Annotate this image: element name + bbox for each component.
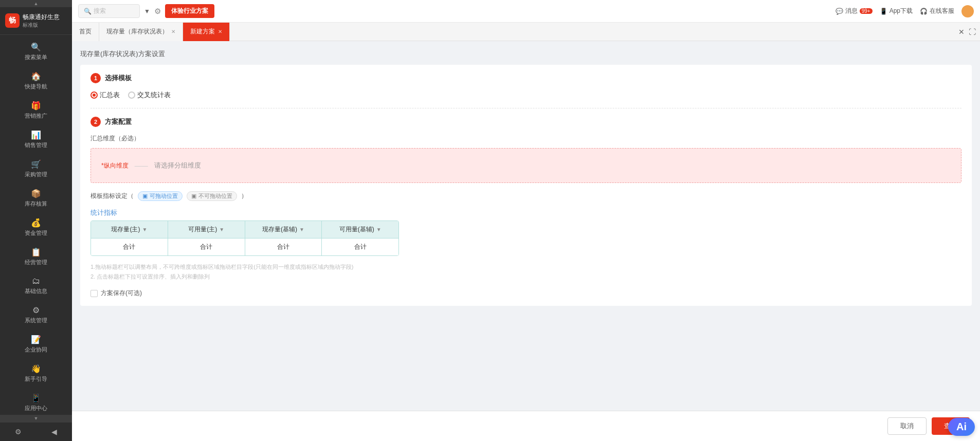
section1-header: 1 选择模板 — [90, 73, 961, 83]
save-option: 方案保存(可选) — [90, 289, 961, 298]
sidebar-item-basic[interactable]: 🗂基础信息 — [0, 271, 72, 300]
settings-icon[interactable]: ⚙ — [15, 428, 22, 436]
trial-btn[interactable]: 体验行业方案 — [165, 4, 214, 18]
tab-inventory-label: 现存量（库存状况表） — [106, 27, 168, 36]
app-download-icon: 📱 — [880, 8, 887, 15]
dimension-divider: —— — [135, 162, 148, 170]
indicator-label-suffix: ） — [241, 192, 247, 200]
sales-icon: 📊 — [31, 130, 41, 140]
topbar-right: 💬 消息 99+ 📱 App下载 🎧 在线客服 — [836, 5, 974, 17]
tab-home-label: 首页 — [79, 27, 92, 36]
tab-new-scheme-close[interactable]: ✕ — [218, 29, 222, 34]
sidebar-nav: 🔍搜索菜单🏠快捷导航🎁营销推广📊销售管理🛒采购管理📦库存核算💰资金管理📋经营管理… — [0, 35, 72, 415]
section2-num: 2 — [90, 117, 101, 127]
sidebar-item-contract[interactable]: 📝企业协同 — [0, 329, 72, 359]
indicator-settings-label: 模板指标设定（ ▣ 可拖动位置 ▣ 不可拖动位置 ） — [90, 191, 961, 201]
radio-summary-label: 汇总表 — [100, 90, 120, 100]
search-box[interactable]: 🔍 搜索 — [78, 4, 140, 18]
stats-section: 统计指标 现存量(主)▼可用量(主)▼现存量(基辅)▼可用量(基辅)▼ 合计合计… — [90, 208, 961, 256]
save-option-label: 方案保存(可选) — [101, 289, 142, 298]
ai-badge[interactable]: Ai — [948, 418, 975, 436]
sidebar: ▲ 畅 畅康通好生意 标准版 🔍搜索菜单🏠快捷导航🎁营销推广📊销售管理🛒采购管理… — [0, 0, 72, 441]
chevron-down-icon: ▼ — [299, 227, 304, 232]
stats-header-cell[interactable]: 现存量(基辅)▼ — [245, 221, 322, 238]
message-btn[interactable]: 💬 消息 99+ — [836, 7, 873, 15]
tabs-actions: ✕ ⛶ — [958, 28, 980, 36]
message-label: 消息 — [845, 7, 858, 15]
sidebar-item-label: 快捷导航 — [25, 83, 47, 90]
stats-table: 现存量(主)▼可用量(主)▼现存量(基辅)▼可用量(基辅)▼ 合计合计合计合计 — [90, 220, 399, 256]
radio-summary-circle — [90, 91, 98, 99]
radio-summary[interactable]: 汇总表 — [90, 90, 120, 100]
contract-icon: 📝 — [31, 335, 41, 344]
tab-inventory[interactable]: 现存量（库存状况表） ✕ — [99, 23, 183, 41]
stats-body-cell: 合计 — [245, 238, 322, 255]
dropdown-btn[interactable]: ▼ — [144, 8, 150, 15]
close-panel-btn[interactable]: ✕ — [958, 28, 965, 36]
sidebar-item-management[interactable]: 📋经营管理 — [0, 242, 72, 271]
tab-home[interactable]: 首页 — [72, 23, 99, 41]
user-avatar[interactable] — [961, 5, 974, 17]
stats-body-cell: 合计 — [91, 238, 168, 255]
sidebar-scroll-up[interactable]: ▲ — [0, 0, 72, 7]
dimension-required: *纵向维度 — [101, 161, 129, 170]
basic-icon: 🗂 — [32, 277, 40, 286]
dimension-area[interactable]: *纵向维度 —— 请选择分组维度 — [90, 148, 961, 183]
content-area: 现存量(库存状况表)方案设置 1 选择模板 汇总表 交叉统计表 — [72, 41, 980, 411]
sidebar-item-sales[interactable]: 📊销售管理 — [0, 125, 72, 154]
search-placeholder: 搜索 — [94, 7, 106, 15]
sidebar-bottom: ⚙ ◀ — [0, 422, 72, 441]
tips-section: 1.拖动标题栏可以调整布局，不可跨维度或指标区域拖动栏目字段(只能在同一维度或指… — [90, 263, 961, 281]
sidebar-scroll-down[interactable]: ▼ — [0, 415, 72, 422]
stats-header-cell[interactable]: 现存量(主)▼ — [91, 221, 168, 238]
tips-item: 2. 点击标题栏下拉可设置排序、插入列和删除列 — [90, 273, 961, 281]
inventory-icon: 📦 — [31, 189, 41, 198]
footer-bar: 取消 查询 — [72, 411, 980, 441]
expand-panel-btn[interactable]: ⛶ — [969, 28, 976, 36]
sidebar-item-system[interactable]: ⚙系统管理 — [0, 300, 72, 329]
aggregate-label: 汇总维度（必选） — [90, 134, 961, 143]
tab-new-scheme[interactable]: 新建方案 ✕ — [183, 23, 230, 41]
sidebar-item-label: 基础信息 — [25, 287, 47, 295]
sidebar-item-label: 库存核算 — [25, 200, 47, 208]
tab-new-scheme-label: 新建方案 — [190, 27, 215, 36]
newuser-icon: 👋 — [31, 364, 41, 374]
sidebar-item-finance[interactable]: 💰资金管理 — [0, 213, 72, 242]
sidebar-item-label: 销售管理 — [25, 141, 47, 149]
sidebar-item-label: 经营管理 — [25, 259, 47, 266]
sidebar-item-search[interactable]: 🔍搜索菜单 — [0, 37, 72, 66]
stats-header-cell[interactable]: 可用量(主)▼ — [168, 221, 245, 238]
chevron-down-icon: ▼ — [376, 227, 382, 232]
system-icon: ⚙ — [32, 305, 40, 315]
sidebar-item-newuser[interactable]: 👋新手引导 — [0, 359, 72, 388]
config-section: 2 方案配置 汇总维度（必选） *纵向维度 —— 请选择分组维度 模板指标设定（… — [90, 117, 961, 281]
finance-icon: 💰 — [31, 218, 41, 228]
sidebar-item-purchase[interactable]: 🛒采购管理 — [0, 154, 72, 183]
appstore-icon: 📱 — [31, 393, 41, 403]
no-drag-label: 不可拖动位置 — [198, 192, 232, 200]
sidebar-item-label: 系统管理 — [25, 317, 47, 324]
tab-inventory-close[interactable]: ✕ — [171, 29, 175, 34]
radio-cross-label: 交叉统计表 — [137, 90, 171, 100]
gear-icon[interactable]: ⚙ — [154, 7, 161, 16]
purchase-icon: 🛒 — [31, 159, 41, 169]
radio-cross-circle — [128, 91, 135, 99]
sidebar-item-label: 营销推广 — [25, 112, 47, 120]
radio-cross[interactable]: 交叉统计表 — [128, 90, 171, 100]
sidebar-item-appstore[interactable]: 📱应用中心 — [0, 388, 72, 415]
sidebar-item-label: 应用中心 — [25, 405, 47, 412]
drag-indicator: ▣ — [142, 193, 148, 199]
save-checkbox[interactable] — [90, 290, 98, 297]
collapse-icon[interactable]: ◀ — [51, 428, 57, 436]
sidebar-item-label: 新手引导 — [25, 375, 47, 383]
cancel-button[interactable]: 取消 — [887, 417, 927, 435]
stats-header-cell[interactable]: 可用量(基辅)▼ — [322, 221, 398, 238]
customer-service-btn[interactable]: 🎧 在线客服 — [920, 7, 954, 15]
sidebar-item-shortcut[interactable]: 🏠快捷导航 — [0, 66, 72, 96]
section2-title: 方案配置 — [105, 117, 132, 126]
main-area: 🔍 搜索 ▼ ⚙ 体验行业方案 💬 消息 99+ 📱 App下载 🎧 在线客服 — [72, 0, 980, 441]
sidebar-item-inventory[interactable]: 📦库存核算 — [0, 183, 72, 213]
chevron-down-icon: ▼ — [142, 227, 147, 232]
sidebar-item-marketing[interactable]: 🎁营销推广 — [0, 96, 72, 125]
app-download-btn[interactable]: 📱 App下载 — [880, 7, 913, 15]
